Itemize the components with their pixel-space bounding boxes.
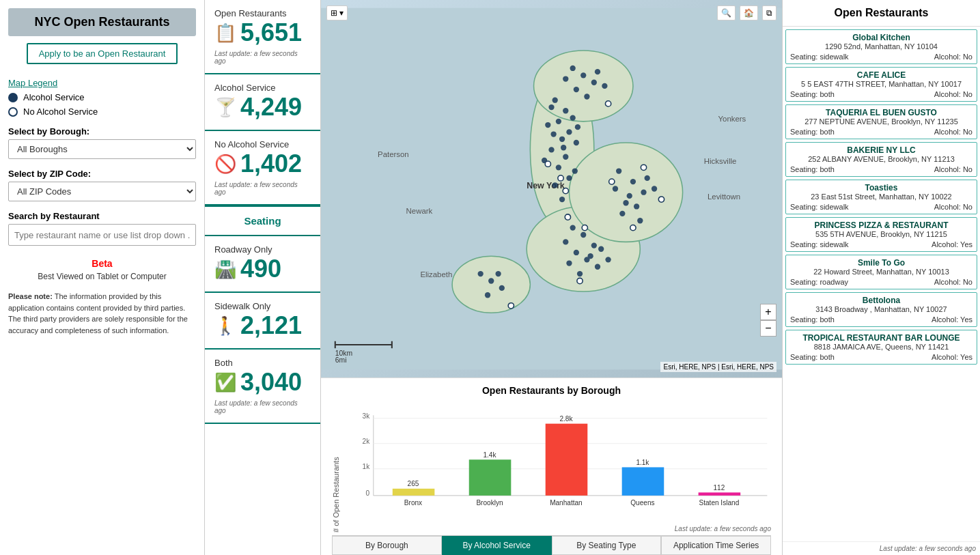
seating-detail: Seating: both (790, 90, 835, 98)
svg-point-71 (565, 214, 570, 220)
svg-point-32 (575, 124, 580, 130)
map-zoom-controls: + − (760, 304, 776, 337)
svg-point-79 (641, 165, 646, 170)
chart-inner: 3k 2k 1k 0 265 Bronx 1.4k Bro (343, 399, 771, 532)
tab-by-seating-type[interactable]: By Seating Type (552, 536, 662, 555)
open-restaurants-update: Last update: a few seconds ago (214, 50, 311, 65)
map-layers-btn[interactable]: ⧉ (762, 5, 776, 20)
restaurant-card[interactable]: Global Kitchen 1290 52nd, Manhattan, NY … (785, 29, 977, 64)
alcohol-service-card: Alcohol Service 🍸 4,249 (205, 74, 320, 131)
svg-point-67 (485, 292, 490, 298)
svg-point-55 (637, 218, 643, 223)
restaurant-card[interactable]: Bettolona 3143 Broadway , Manhattan, NY … (785, 292, 977, 327)
svg-point-75 (605, 101, 611, 106)
restaurant-details: Seating: both Alcohol: No (790, 128, 972, 136)
chart-y-label: # of Open Restaurants (332, 399, 340, 532)
svg-point-62 (595, 69, 600, 74)
map-chart-column: Paterson Newark Elizabeth Yonkers Hicksv… (321, 0, 782, 555)
svg-point-30 (561, 145, 566, 150)
right-last-update: Last update: a few seconds ago (783, 541, 980, 555)
no-alcohol-service-label: No Alcohol Service (23, 106, 98, 117)
svg-point-54 (619, 211, 625, 216)
restaurant-card[interactable]: BAKERIE NY LLC 252 ALBANY AVENUE, Brookl… (785, 142, 977, 177)
both-update: Last update: a few seconds ago (214, 399, 311, 414)
svg-point-24 (574, 140, 579, 145)
svg-text:10km: 10km (335, 350, 352, 357)
clipboard-icon: 📋 (214, 23, 236, 44)
restaurant-name: Toasties (790, 183, 972, 193)
map-attribution: Esri, HERE, NPS | Esri, HERE, NPS (660, 362, 776, 372)
by-zip-label: Select by ZIP Code: (8, 169, 196, 179)
borough-select[interactable]: All Boroughs Bronx Brooklyn Manhattan Qu… (8, 139, 196, 159)
map-home-btn[interactable]: 🏠 (740, 5, 758, 20)
alcohol-detail: Alcohol: No (934, 90, 972, 98)
no-alcohol-icon: 🚫 (214, 154, 236, 175)
svg-point-27 (559, 197, 565, 202)
no-alcohol-service-card: No Alcohol Service 🚫 1,402 Last update: … (205, 131, 320, 205)
svg-point-48 (623, 200, 628, 205)
restaurant-name: CAFE ALICE (790, 70, 972, 80)
alcohol-detail: Alcohol: Yes (932, 353, 972, 361)
restaurant-card[interactable]: TAQUERIA EL BUEN GUSTO 277 NEPTUNE AVENU… (785, 104, 977, 139)
seating-detail: Seating: both (790, 165, 835, 173)
svg-text:Staten Island: Staten Island (699, 499, 739, 507)
svg-point-53 (652, 186, 657, 191)
svg-rect-104 (622, 467, 664, 495)
restaurant-address: 8818 JAMAICA AVE, Queens, NY 11421 (790, 343, 972, 351)
restaurant-address: 5 5 EAST 47TH STREET, Manhattan, NY 1001… (790, 80, 972, 88)
svg-point-14 (563, 108, 568, 113)
restaurant-name: BAKERIE NY LLC (790, 145, 972, 155)
svg-point-66 (499, 285, 505, 291)
open-restaurants-label: Open Restaurants (214, 8, 311, 18)
svg-point-52 (627, 193, 632, 199)
restaurant-list: Global Kitchen 1290 52nd, Manhattan, NY … (783, 27, 980, 541)
svg-point-26 (548, 104, 554, 110)
svg-point-33 (570, 225, 576, 230)
restaurant-card[interactable]: TROPICAL RESTAURANT BAR LOUNGE 8818 JAMA… (785, 330, 977, 365)
no-alcohol-service-stat-value: 🚫 1,402 (214, 150, 311, 178)
svg-rect-107 (699, 492, 741, 495)
seating-detail: Seating: sidewalk (790, 240, 849, 248)
zoom-in-btn[interactable]: + (760, 304, 776, 320)
svg-point-21 (566, 175, 572, 181)
map-select-btn[interactable]: ⊞ ▾ (326, 5, 348, 20)
restaurant-details: Seating: sidewalk Alcohol: No (790, 203, 972, 211)
svg-point-72 (577, 278, 583, 283)
alcohol-detail: Alcohol: No (934, 128, 972, 136)
restaurant-card[interactable]: Toasties 23 East 51st Street, Manhattan,… (785, 180, 977, 214)
apply-btn[interactable]: Apply to be an Open Restaurant (27, 43, 178, 64)
restaurant-name: TAQUERIA EL BUEN GUSTO (790, 108, 972, 117)
svg-text:6mi: 6mi (335, 356, 347, 364)
svg-text:Bronx: Bronx (404, 499, 422, 507)
restaurant-card[interactable]: Smile To Go 22 Howard Street, Manhattan,… (785, 255, 977, 289)
zoom-out-btn[interactable]: − (760, 320, 776, 337)
search-input[interactable] (8, 224, 196, 246)
roadway-only-value: 🛣️ 490 (214, 255, 311, 283)
alcohol-detail: Alcohol: Yes (932, 240, 972, 248)
svg-point-41 (587, 253, 593, 259)
restaurant-card[interactable]: CAFE ALICE 5 5 EAST 47TH STREET, Manhatt… (785, 67, 977, 102)
legend-no-alcohol-service: No Alcohol Service (8, 106, 196, 117)
cocktail-icon: 🍸 (214, 97, 236, 118)
svg-point-34 (580, 232, 586, 238)
map-legend-title[interactable]: Map Legend (8, 78, 196, 88)
svg-point-20 (556, 165, 561, 170)
alcohol-service-label: Alcohol Service (23, 92, 85, 102)
svg-rect-98 (469, 459, 512, 496)
map-search-btn[interactable]: 🔍 (717, 5, 736, 20)
svg-point-77 (563, 188, 568, 193)
restaurant-details: Seating: both Alcohol: No (790, 90, 972, 98)
tab-by-alcohol-service[interactable]: By Alcohol Service (442, 536, 552, 555)
restaurant-card[interactable]: PRINCESS PIZZA & RESTAURANT 535 5TH AVEN… (785, 217, 977, 252)
svg-point-5 (452, 256, 530, 313)
svg-text:New York: New York (527, 182, 565, 191)
svg-point-68 (495, 271, 501, 276)
seating-detail: Seating: both (790, 128, 835, 136)
map-area[interactable]: Paterson Newark Elizabeth Yonkers Hicksv… (321, 0, 782, 378)
svg-text:0: 0 (366, 489, 370, 497)
zip-select[interactable]: All ZIP Codes (8, 182, 196, 201)
tab-by-borough[interactable]: By Borough (332, 536, 442, 555)
svg-point-73 (658, 197, 664, 202)
svg-point-23 (545, 122, 550, 128)
tab-application-time-series[interactable]: Application Time Series (661, 536, 771, 555)
